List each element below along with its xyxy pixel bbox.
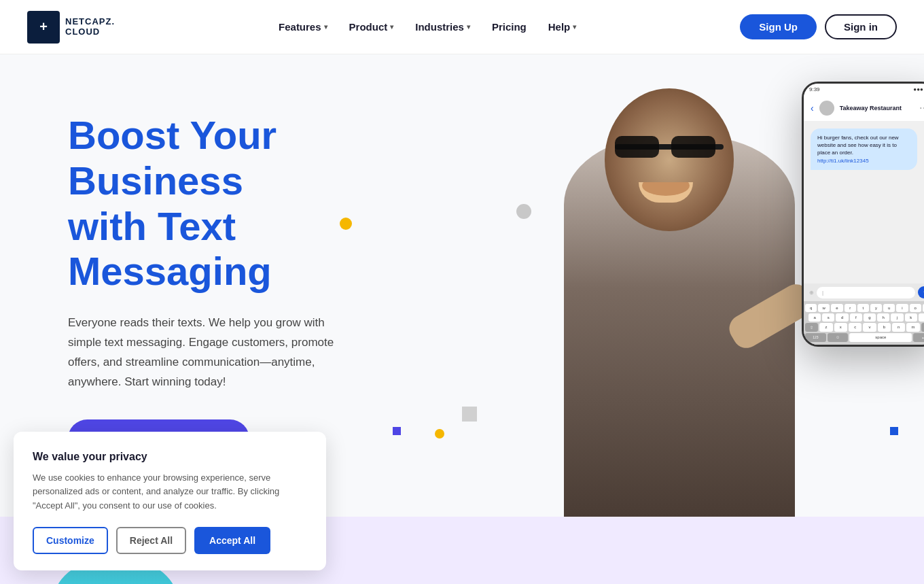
hero-description: Everyone reads their texts. We help you … [68, 313, 353, 392]
deco-yellow-dot-bottom [435, 429, 444, 439]
person-figure [544, 82, 815, 517]
nav-item-help[interactable]: Help ▾ [540, 16, 585, 38]
chevron-down-icon: ▾ [467, 23, 470, 31]
chevron-down-icon: ▾ [324, 23, 327, 31]
phone-mockup: 9:39 ●●● ▲ ‹ Takeaway Restaurant ⋯ Hi bu… [802, 82, 924, 347]
nav-item-product[interactable]: Product ▾ [341, 16, 402, 38]
deco-gray-dot [516, 204, 531, 219]
cookie-buttons: Customize Reject All Accept All [33, 527, 307, 554]
cookie-description: We use cookies to enhance your browsing … [33, 471, 307, 513]
nav-item-industries[interactable]: Industries ▾ [407, 16, 478, 38]
nav-buttons: Sign Up Sign in [740, 14, 897, 39]
logo-text: NETCAPZ. CLOUD [65, 17, 115, 37]
menu-icon: ⋯ [919, 103, 924, 114]
hero-image: 9:39 ●●● ▲ ‹ Takeaway Restaurant ⋯ Hi bu… [544, 54, 924, 517]
customize-button[interactable]: Customize [33, 527, 108, 554]
signin-button[interactable]: Sign in [825, 14, 897, 39]
phone-chat-header: ‹ Takeaway Restaurant ⋯ [804, 95, 924, 122]
phone-keyboard: qwertyuiop asdfghjkl ⇧zxcvbnm⌫ 123☺space… [804, 301, 924, 345]
cookie-banner: We value your privacy We use cookies to … [14, 432, 326, 570]
deco-gray-dot-bottom [462, 407, 477, 422]
logo[interactable]: + NETCAPZ. CLOUD [27, 11, 115, 44]
nav-links: Features ▾ Product ▾ Industries ▾ Pricin… [270, 16, 584, 38]
nav-item-features[interactable]: Features ▾ [270, 16, 336, 38]
chevron-down-icon: ▾ [390, 23, 393, 31]
phone-screen: 9:39 ●●● ▲ ‹ Takeaway Restaurant ⋯ Hi bu… [804, 84, 924, 345]
accept-all-button[interactable]: Accept All [194, 527, 270, 554]
contact-avatar [819, 101, 834, 116]
back-icon: ‹ [811, 103, 814, 114]
navbar: + NETCAPZ. CLOUD Features ▾ Product ▾ In… [0, 0, 924, 54]
nav-item-pricing[interactable]: Pricing [484, 16, 535, 38]
cookie-title: We value your privacy [33, 451, 307, 463]
chevron-down-icon: ▾ [573, 23, 576, 31]
signup-button[interactable]: Sign Up [740, 14, 817, 39]
phone-body: Hi burger fans, check out our new websit… [804, 122, 924, 284]
sms-bubble: Hi burger fans, check out our new websit… [811, 128, 917, 170]
reject-all-button[interactable]: Reject All [116, 527, 186, 554]
hero-title: Boost Your Business with Text Messaging [68, 113, 353, 294]
logo-icon: + [27, 11, 60, 44]
